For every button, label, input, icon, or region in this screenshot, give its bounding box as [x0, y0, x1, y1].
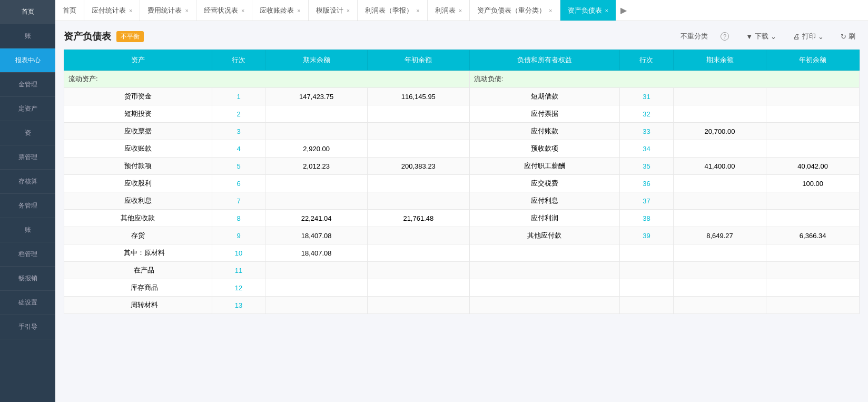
- asset-period-end[interactable]: [265, 123, 368, 140]
- asset-label[interactable]: 库存商品: [64, 279, 212, 297]
- asset-year-start[interactable]: [367, 244, 469, 262]
- liab-year-start[interactable]: [766, 192, 860, 210]
- sidebar-item-guide[interactable]: 手引导: [0, 315, 55, 339]
- liab-label[interactable]: 应付职工薪酬: [469, 158, 620, 175]
- tab-ar-aging[interactable]: 应收账龄表 ×: [252, 0, 308, 21]
- asset-label[interactable]: 应收股利: [64, 175, 212, 192]
- sidebar-item-settings[interactable]: 础设置: [0, 291, 55, 315]
- liab-label[interactable]: [469, 244, 620, 262]
- asset-year-start[interactable]: [367, 123, 469, 140]
- liab-period-end[interactable]: 8,649.27: [673, 227, 766, 244]
- liab-period-end[interactable]: [673, 192, 766, 210]
- sidebar-item-ledger[interactable]: 账: [0, 218, 55, 242]
- liab-period-end[interactable]: [673, 279, 766, 297]
- sidebar-item-home[interactable]: 首页: [0, 0, 55, 24]
- sidebar-item-assets[interactable]: 定资产: [0, 97, 55, 121]
- asset-year-start[interactable]: [367, 227, 469, 244]
- tab-profit-q[interactable]: 利润表（季报） ×: [358, 0, 427, 21]
- close-tab-balance-reclassify[interactable]: ×: [549, 7, 552, 14]
- liab-year-start[interactable]: 6,366.34: [766, 227, 860, 244]
- asset-year-start[interactable]: 200,383.23: [367, 158, 469, 175]
- liab-period-end[interactable]: [673, 297, 766, 314]
- close-tab-ap-stat[interactable]: ×: [129, 7, 132, 14]
- sidebar-item-invoice[interactable]: 票管理: [0, 145, 55, 170]
- tab-cost-stat[interactable]: 费用统计表 ×: [140, 0, 196, 21]
- asset-period-end[interactable]: [265, 262, 368, 279]
- tab-home[interactable]: 首页: [55, 0, 84, 21]
- tab-scroll-arrow[interactable]: ▶: [616, 5, 631, 15]
- liab-year-start[interactable]: [766, 88, 860, 105]
- liab-label[interactable]: [469, 262, 620, 279]
- asset-year-start[interactable]: [367, 105, 469, 123]
- close-tab-profit[interactable]: ×: [459, 7, 462, 14]
- asset-label[interactable]: 预付款项: [64, 158, 212, 175]
- asset-period-end[interactable]: 18,407.08: [265, 227, 368, 244]
- asset-period-end[interactable]: [265, 192, 368, 210]
- asset-period-end[interactable]: [265, 279, 368, 297]
- close-tab-balance[interactable]: ×: [605, 7, 608, 14]
- download-button[interactable]: ▼ 下载 ⌄: [742, 30, 781, 43]
- asset-year-start[interactable]: [367, 262, 469, 279]
- sidebar-item-investment[interactable]: 资: [0, 121, 55, 145]
- asset-period-end[interactable]: 2,920.00: [265, 140, 368, 158]
- asset-label[interactable]: 应收票据: [64, 123, 212, 140]
- liab-period-end[interactable]: [673, 175, 766, 192]
- sidebar-item-reports[interactable]: 报表中心: [0, 48, 55, 73]
- close-tab-cost-stat[interactable]: ×: [185, 7, 188, 14]
- liab-label[interactable]: 预收款项: [469, 140, 620, 158]
- liab-year-start[interactable]: 100.00: [766, 175, 860, 192]
- asset-label[interactable]: 其他应收款: [64, 210, 212, 227]
- liab-year-start[interactable]: [766, 279, 860, 297]
- print-button[interactable]: 🖨 打印 ⌄: [789, 30, 828, 43]
- sidebar-item-expense[interactable]: 畅报销: [0, 267, 55, 291]
- liab-year-start[interactable]: [766, 297, 860, 314]
- sidebar-item-fund[interactable]: 金管理: [0, 73, 55, 97]
- asset-label[interactable]: 应收账款: [64, 140, 212, 158]
- asset-period-end[interactable]: [265, 105, 368, 123]
- liab-year-start[interactable]: [766, 210, 860, 227]
- liab-label[interactable]: [469, 279, 620, 297]
- sidebar-item-inventory[interactable]: 存核算: [0, 170, 55, 194]
- sidebar-item-business[interactable]: 务管理: [0, 194, 55, 218]
- liab-period-end[interactable]: [673, 262, 766, 279]
- liab-year-start[interactable]: 40,042.00: [766, 158, 860, 175]
- liab-period-end[interactable]: [673, 105, 766, 123]
- liab-year-start[interactable]: [766, 140, 860, 158]
- liab-period-end[interactable]: [673, 244, 766, 262]
- asset-label[interactable]: 周转材料: [64, 297, 212, 314]
- asset-year-start[interactable]: [367, 192, 469, 210]
- asset-label[interactable]: 短期投资: [64, 105, 212, 123]
- liab-label[interactable]: 应付账款: [469, 123, 620, 140]
- liab-label[interactable]: 应交税费: [469, 175, 620, 192]
- liab-period-end[interactable]: [673, 210, 766, 227]
- liab-year-start[interactable]: [766, 105, 860, 123]
- asset-year-start[interactable]: [367, 175, 469, 192]
- tab-template[interactable]: 模版设计 ×: [309, 0, 358, 21]
- close-tab-template[interactable]: ×: [347, 7, 350, 14]
- asset-year-start[interactable]: 116,145.95: [367, 88, 469, 105]
- liab-year-start[interactable]: [766, 123, 860, 140]
- tab-balance-reclassify[interactable]: 资产负债表（重分类） ×: [470, 0, 560, 21]
- asset-label[interactable]: 其中：原材料: [64, 244, 212, 262]
- asset-year-start[interactable]: [367, 140, 469, 158]
- asset-label[interactable]: 应收利息: [64, 192, 212, 210]
- tab-profit[interactable]: 利润表 ×: [428, 0, 470, 21]
- asset-year-start[interactable]: 21,761.48: [367, 210, 469, 227]
- liab-label[interactable]: 应付利润: [469, 210, 620, 227]
- liab-label[interactable]: 其他应付款: [469, 227, 620, 244]
- liab-period-end[interactable]: 41,400.00: [673, 158, 766, 175]
- asset-period-end[interactable]: 18,407.08: [265, 244, 368, 262]
- liab-label[interactable]: 短期借款: [469, 88, 620, 105]
- asset-period-end[interactable]: [265, 175, 368, 192]
- asset-year-start[interactable]: [367, 297, 469, 314]
- liab-period-end[interactable]: 20,700.00: [673, 123, 766, 140]
- tab-ap-stat[interactable]: 应付统计表 ×: [84, 0, 140, 21]
- refresh-button[interactable]: ↻ 刷: [836, 30, 860, 43]
- asset-label[interactable]: 在产品: [64, 262, 212, 279]
- no-reclassify-label[interactable]: 不重分类: [680, 32, 708, 41]
- liab-label[interactable]: 应付利息: [469, 192, 620, 210]
- sidebar-item-account[interactable]: 账: [0, 24, 55, 48]
- asset-year-start[interactable]: [367, 279, 469, 297]
- liab-year-start[interactable]: [766, 262, 860, 279]
- asset-period-end[interactable]: 22,241.04: [265, 210, 368, 227]
